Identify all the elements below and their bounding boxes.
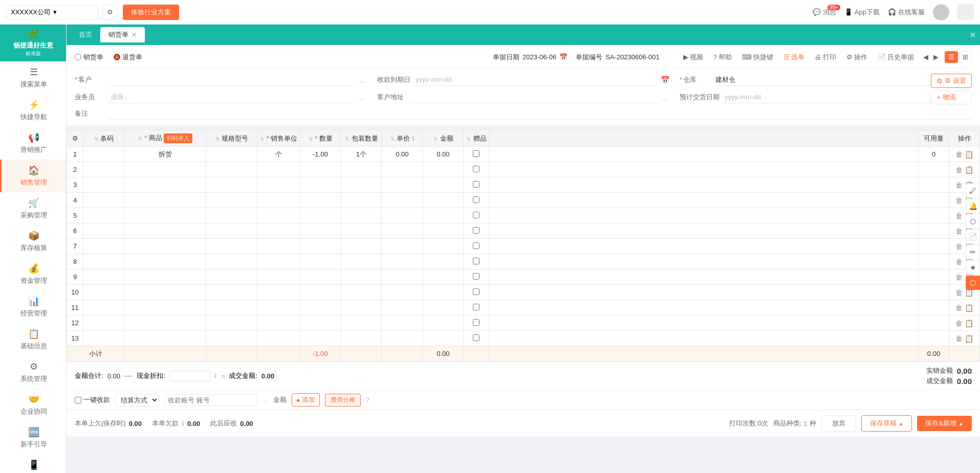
addr-dots[interactable]: ... xyxy=(660,94,669,101)
staff-input[interactable] xyxy=(108,91,354,103)
gift-checkbox[interactable] xyxy=(473,150,480,157)
cell-desc[interactable] xyxy=(489,162,919,177)
sidebar-item-inventory[interactable]: 📦 库存核算 xyxy=(0,225,66,258)
cell-barcode[interactable] xyxy=(83,331,124,346)
cell-barcode[interactable] xyxy=(83,162,124,177)
cell-pkg-qty[interactable] xyxy=(341,162,382,177)
right-panel-btn-5[interactable]: ✏ xyxy=(966,245,980,259)
user-menu[interactable] xyxy=(957,4,974,20)
app-download-btn[interactable]: 📱 App下载 xyxy=(844,8,880,17)
list-view-btn[interactable]: ☰ xyxy=(945,51,958,63)
cell-barcode[interactable] xyxy=(83,208,124,223)
cell-unit[interactable] xyxy=(257,300,300,316)
cell-spec[interactable] xyxy=(206,331,257,346)
cell-product[interactable] xyxy=(124,239,206,254)
warehouse-input[interactable] xyxy=(713,74,959,86)
cell-unit[interactable] xyxy=(257,239,300,254)
cell-unit[interactable] xyxy=(257,269,300,285)
sidebar-item-guide[interactable]: 🆕 新手引导 xyxy=(0,421,66,454)
calendar-2-icon[interactable]: 📅 xyxy=(661,76,669,84)
cell-unit[interactable] xyxy=(257,223,300,239)
cell-barcode[interactable] xyxy=(83,300,124,316)
delete-row-icon[interactable]: 🗑 xyxy=(955,288,963,297)
delete-row-icon[interactable]: 🗑 xyxy=(955,150,963,159)
discount-input[interactable] xyxy=(169,371,210,381)
cell-product[interactable] xyxy=(124,177,206,193)
cell-unit[interactable]: 个 xyxy=(257,147,300,162)
sort-price[interactable]: ⇅ xyxy=(390,136,395,142)
payment-help-icon[interactable]: ? xyxy=(366,396,369,404)
close-all-btn[interactable]: ✕ xyxy=(969,30,976,40)
add-payment-btn[interactable]: ● 添加 xyxy=(292,393,320,407)
delete-row-icon[interactable]: 🗑 xyxy=(955,212,963,220)
cell-amount[interactable] xyxy=(423,285,464,300)
cell-amount[interactable] xyxy=(423,208,464,223)
cell-pkg-qty[interactable] xyxy=(341,285,382,300)
cell-pkg-qty[interactable] xyxy=(341,208,382,223)
delete-row-icon[interactable]: 🗑 xyxy=(955,242,963,251)
cell-amount[interactable] xyxy=(423,254,464,269)
cell-spec[interactable] xyxy=(206,316,257,331)
sort-product[interactable]: ⇅ xyxy=(138,136,142,141)
radio-return[interactable]: 退货单 xyxy=(114,53,142,62)
cell-unit-price[interactable] xyxy=(382,269,423,285)
cell-qty[interactable] xyxy=(300,239,341,254)
cell-gift[interactable] xyxy=(464,223,489,239)
cell-product[interactable] xyxy=(124,300,206,316)
cell-qty[interactable] xyxy=(300,331,341,346)
cell-amount[interactable] xyxy=(423,269,464,285)
col-settings-icon[interactable]: ⚙ xyxy=(72,134,78,142)
cell-spec[interactable] xyxy=(206,147,257,162)
cell-barcode[interactable] xyxy=(83,316,124,331)
cell-spec[interactable] xyxy=(206,269,257,285)
save-draft-button[interactable]: 保存草稿 ▲ xyxy=(861,415,912,432)
copy-row-icon[interactable]: 📋 xyxy=(965,334,973,343)
cell-barcode[interactable] xyxy=(83,147,124,162)
cell-desc[interactable] xyxy=(489,147,919,162)
cell-desc[interactable] xyxy=(489,285,919,300)
cell-gift[interactable] xyxy=(464,331,489,346)
cell-spec[interactable] xyxy=(206,208,257,223)
cell-amount[interactable]: 0.00 xyxy=(423,147,464,162)
cell-gift[interactable] xyxy=(464,177,489,193)
sidebar-item-basic[interactable]: 📋 基础信息 xyxy=(0,323,66,356)
sidebar-item-purchase[interactable]: 🛒 采购管理 xyxy=(0,192,66,225)
goods-info[interactable]: 商品种类: 1 种 xyxy=(773,419,816,428)
cell-unit-price[interactable] xyxy=(382,193,423,208)
cell-pkg-qty[interactable] xyxy=(341,239,382,254)
logistics-button[interactable]: + 物流 xyxy=(931,90,972,104)
settings-button[interactable]: ⚙ ⚙ 设置 xyxy=(931,74,972,88)
cell-pkg-qty[interactable] xyxy=(341,316,382,331)
cell-unit[interactable] xyxy=(257,208,300,223)
one-click-payment-label[interactable]: 一键收款 xyxy=(75,395,110,404)
cell-amount[interactable] xyxy=(423,300,464,316)
gift-checkbox[interactable] xyxy=(473,181,480,188)
cell-unit-price[interactable] xyxy=(382,162,423,177)
calendar-icon[interactable]: 📅 xyxy=(559,53,568,61)
cell-qty[interactable] xyxy=(300,162,341,177)
cell-qty[interactable] xyxy=(300,300,341,316)
discard-button[interactable]: 放弃 xyxy=(821,415,856,432)
sidebar-item-search[interactable]: ☰ 搜索菜单 xyxy=(0,61,66,94)
gift-checkbox[interactable] xyxy=(473,258,480,264)
cell-desc[interactable] xyxy=(489,269,919,285)
cell-gift[interactable] xyxy=(464,162,489,177)
tab-close-icon[interactable]: ✕ xyxy=(132,31,137,38)
cell-product[interactable] xyxy=(124,223,206,239)
right-panel-btn-2[interactable]: 🔔 xyxy=(966,199,980,213)
cell-qty[interactable] xyxy=(300,208,341,223)
cell-gift[interactable] xyxy=(464,147,489,162)
cell-amount[interactable] xyxy=(423,223,464,239)
gift-checkbox[interactable] xyxy=(473,227,480,234)
sort-unit[interactable]: ⇅ xyxy=(260,136,264,142)
cell-amount[interactable] xyxy=(423,239,464,254)
cell-barcode[interactable] xyxy=(83,223,124,239)
delete-row-icon[interactable]: 🗑 xyxy=(955,334,963,343)
delete-row-icon[interactable]: 🗑 xyxy=(955,304,963,312)
toolbar-print-btn[interactable]: 🖨 打印 xyxy=(812,52,839,63)
cell-spec[interactable] xyxy=(206,285,257,300)
toolbar-select-btn[interactable]: ☰ 选单 xyxy=(780,52,808,63)
cell-spec[interactable] xyxy=(206,300,257,316)
cell-desc[interactable] xyxy=(489,316,919,331)
cell-pkg-qty[interactable] xyxy=(341,177,382,193)
